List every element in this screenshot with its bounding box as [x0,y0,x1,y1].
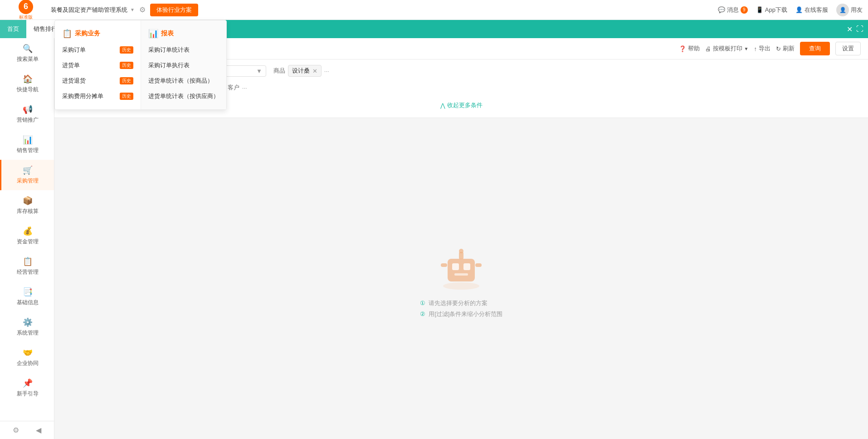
top-bar: 6 标准版 装餐及固定资产辅助管理系统 ▼ ⚙ 体验行业方案 💬 消息 9 📱 … [0,0,868,20]
dropdown-item-purchase-expense[interactable]: 采购费用分摊单 历史 [55,89,141,104]
print-dropdown-icon[interactable]: ▼ [744,46,749,51]
sidebar-settings-icon[interactable]: ⚙ [13,426,19,434]
sidebar-item-enterprise[interactable]: 🤝 企业协同 [0,342,54,373]
sidebar-item-inventory[interactable]: 📦 库存核算 [0,190,54,221]
sidebar-item-system[interactable]: ⚙️ 系统管理 [0,312,54,342]
system-title-text: 装餐及固定资产辅助管理系统 [51,6,127,14]
system-settings-icon[interactable]: ⚙ [139,5,146,14]
purchase-icon: 🛒 [23,165,33,175]
sidebar-item-operations[interactable]: 📋 经营管理 [0,251,54,281]
user-item[interactable]: 👤 用友 [836,4,863,16]
system-title: 装餐及固定资产辅助管理系统 ▼ [51,6,135,14]
sidebar-basic-label: 基础信息 [17,299,39,306]
goods-tag-value: 设计桑 [292,67,310,75]
empty-state-icon [434,245,488,291]
sidebar-item-quick-nav[interactable]: 🏠 快捷导航 [0,69,54,99]
query-button[interactable]: 查询 [800,42,830,55]
purchase-col: 📋 采购业务 采购订单 历史 进货单 历史 进货退货 历史 采购费用分摊单 历史 [55,20,141,109]
goods-label: 商品 [273,67,285,75]
report-col-title-text: 报表 [161,30,174,38]
print-icon: 🖨 [705,45,711,52]
svg-rect-8 [475,263,482,267]
industry-button[interactable]: 体验行业方案 [150,4,198,16]
message-icon: 💬 [718,6,725,13]
home-icon: 🏠 [23,74,33,84]
dropdown-goods-return-label: 进货退货 [62,77,86,85]
empty-icon-svg [434,245,488,291]
purchase-order-stat-label: 采购订单统计表 [148,46,190,54]
empty-tip-1: ① 请先选择要分析的方案 [420,298,503,308]
purchase-order-history-badge: 历史 [120,46,133,54]
tab-fullscreen-icon[interactable]: ⛶ [856,25,863,33]
dropdown-goods-receipt-label: 进货单 [62,61,80,69]
dropdown-item-purchase-order-exec[interactable]: 采购订单执行表 [141,58,227,73]
refresh-icon: ↻ [776,45,781,52]
online-service-item[interactable]: 👤 在线客服 [795,6,828,14]
purchase-col-title-text: 采购业务 [75,30,100,38]
inventory-icon: 📦 [23,196,33,206]
service-icon: 👤 [795,6,803,13]
marketing-icon: 📢 [23,104,33,114]
tab-close-all-icon[interactable]: ✕ [847,25,853,34]
report-col: 📊 报表 采购订单统计表 采购订单执行表 进货单统计表（按商品） 进货单统计表（… [141,20,227,109]
sidebar-item-marketing[interactable]: 📢 营销推广 [0,99,54,129]
service-label: 在线客服 [805,6,828,14]
message-item[interactable]: 💬 消息 9 [718,6,748,14]
dropdown-item-purchase-order-stat[interactable]: 采购订单统计表 [141,42,227,58]
enterprise-icon: 🤝 [23,348,33,358]
sidebar-marketing-label: 营销推广 [17,116,39,124]
svg-rect-7 [441,263,447,267]
sidebar-quick-nav-label: 快捷导航 [17,86,39,94]
sidebar-item-search[interactable]: 🔍 搜索菜单 [0,38,54,69]
dropdown-purchase-expense-label: 采购费用分摊单 [62,92,103,100]
tab-home[interactable]: 首页 [0,20,26,38]
sidebar-item-guide[interactable]: 📌 新手引导 [0,373,54,403]
refresh-label: 刷新 [783,44,795,53]
svg-rect-1 [448,259,475,281]
sidebar-item-sales[interactable]: 📊 销售管理 [0,129,54,160]
goods-tag-close-icon[interactable]: ✕ [312,68,317,74]
dropdown-item-goods-receipt[interactable]: 进货单 历史 [55,58,141,73]
message-badge: 9 [741,6,748,14]
sidebar-item-finance[interactable]: 💰 资金管理 [0,221,54,251]
app-download-item[interactable]: 📱 App下载 [756,6,787,14]
system-icon: ⚙️ [23,317,33,327]
purchase-col-title: 📋 采购业务 [55,26,141,42]
help-button[interactable]: ❓ 帮助 [679,44,700,53]
print-button[interactable]: 🖨 按模板打印 ▼ [705,44,749,53]
tab-home-label: 首页 [7,25,19,33]
avatar: 👤 [836,4,849,16]
purchase-col-icon: 📋 [62,29,72,39]
empty-text: ① 请先选择要分析的方案 ② 用[过滤]条件来缩小分析范围 [420,298,503,319]
sidebar-search-label: 搜索菜单 [17,55,39,63]
collapse-label: 收起更多条件 [447,101,483,109]
customer-more-dots[interactable]: ··· [242,84,247,91]
customer-label: 客户 [228,84,239,92]
goods-more-dots[interactable]: ··· [324,68,329,74]
top-right-area: 💬 消息 9 📱 App下载 👤 在线客服 👤 用友 [718,4,863,16]
settings-action-button[interactable]: 设置 [835,42,861,55]
refresh-button[interactable]: ↻ 刷新 [776,44,795,53]
goods-return-history-badge: 历史 [120,77,133,84]
svg-point-6 [459,249,463,253]
export-icon: ↑ [754,45,757,52]
sidebar-operations-label: 经营管理 [17,268,39,276]
app-icon: 📱 [756,6,763,13]
dropdown-item-goods-stat-by-supplier[interactable]: 进货单统计表（按供应商） [141,89,227,104]
help-icon: ❓ [679,45,686,52]
goods-tag[interactable]: 设计桑 ✕ [288,65,322,77]
sidebar-collapse-icon[interactable]: ◀ [36,426,41,434]
svg-rect-3 [463,263,470,270]
dropdown-item-goods-stat-by-goods[interactable]: 进货单统计表（按商品） [141,73,227,89]
sidebar-finance-label: 资金管理 [17,238,39,246]
sidebar-system-label: 系统管理 [17,329,39,337]
dropdown-item-goods-return[interactable]: 进货退货 历史 [55,73,141,89]
basic-icon: 📑 [23,287,33,297]
logo-subtext: 标准版 [19,14,33,20]
export-button[interactable]: ↑ 导出 [754,44,771,53]
logo-icon: 6 [19,0,33,14]
system-dropdown-arrow[interactable]: ▼ [130,7,135,12]
sidebar-item-purchase[interactable]: 🛒 采购管理 [0,160,54,190]
sidebar-item-basic[interactable]: 📑 基础信息 [0,281,54,312]
dropdown-item-purchase-order[interactable]: 采购订单 历史 [55,42,141,58]
